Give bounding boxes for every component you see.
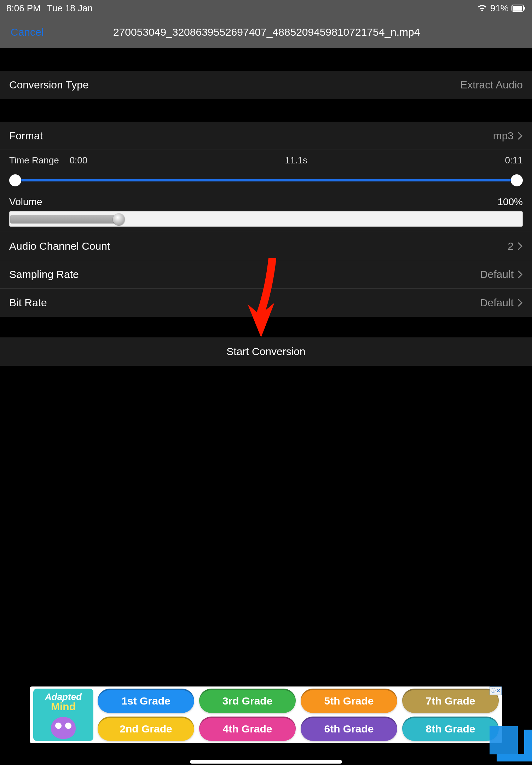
time-range-duration: 11.1s xyxy=(87,155,505,166)
time-range-label: Time Range xyxy=(9,155,59,166)
close-icon: ✕ xyxy=(496,688,501,694)
svg-rect-2 xyxy=(524,7,525,10)
ad-pill-7[interactable]: 6th Grade xyxy=(301,717,397,741)
conversion-type-label: Conversion Type xyxy=(9,79,89,91)
range-thumb-end[interactable] xyxy=(511,174,523,186)
bit-rate-value: Default xyxy=(480,297,514,309)
ad-pill-3[interactable]: 5th Grade xyxy=(301,689,397,713)
nav-title: 270053049_3208639552697407_4885209459810… xyxy=(44,26,532,38)
conversion-type-row[interactable]: Conversion Type Extract Audio xyxy=(0,71,532,99)
format-row[interactable]: Format mp3 xyxy=(0,122,532,150)
volume-row: Volume 100% xyxy=(0,193,532,232)
ad-pill-1[interactable]: 1st Grade xyxy=(98,689,194,713)
ad-pill-2[interactable]: 3rd Grade xyxy=(199,689,296,713)
sampling-rate-row[interactable]: Sampling Rate Default xyxy=(0,260,532,289)
ad-info-close[interactable]: ⓘ✕ xyxy=(490,686,502,695)
status-time: 8:06 PM xyxy=(6,3,41,14)
range-thumb-start[interactable] xyxy=(9,174,21,186)
start-conversion-label: Start Conversion xyxy=(226,346,305,358)
nav-bar: Cancel 270053049_3208639552697407_488520… xyxy=(0,16,532,48)
time-range-row: Time Range 0:00 11.1s 0:11 xyxy=(0,150,532,193)
ad-pill-5[interactable]: 2nd Grade xyxy=(98,717,194,741)
battery-percent: 91% xyxy=(490,3,509,14)
svg-rect-1 xyxy=(513,6,522,11)
time-range-end: 0:11 xyxy=(505,155,523,166)
home-indicator[interactable] xyxy=(190,760,342,764)
audio-channel-value: 2 xyxy=(508,240,514,252)
start-conversion-button[interactable]: Start Conversion xyxy=(0,337,532,366)
ad-pill-4[interactable]: 7th Grade xyxy=(402,689,499,713)
volume-label: Volume xyxy=(9,196,42,208)
mascot-icon xyxy=(51,717,76,739)
bit-rate-row[interactable]: Bit Rate Default xyxy=(0,289,532,317)
audio-channel-row[interactable]: Audio Channel Count 2 xyxy=(0,232,532,260)
ad-pill-6[interactable]: 4th Grade xyxy=(199,717,296,741)
wifi-icon xyxy=(477,4,487,12)
info-icon: ⓘ xyxy=(491,688,496,694)
volume-slider[interactable] xyxy=(9,211,523,227)
volume-value: 100% xyxy=(497,196,523,208)
battery-icon xyxy=(511,5,526,12)
cancel-button[interactable]: Cancel xyxy=(0,26,44,38)
watermark-logo-icon xyxy=(482,726,532,761)
format-label: Format xyxy=(9,130,43,142)
ad-brand-logo: Adapted Mind xyxy=(33,689,93,741)
sampling-rate-value: Default xyxy=(480,268,514,280)
chevron-right-icon xyxy=(517,131,523,140)
ad-brand-line1: Adapted xyxy=(45,692,82,701)
bit-rate-label: Bit Rate xyxy=(9,297,47,309)
chevron-right-icon xyxy=(517,242,523,251)
chevron-right-icon xyxy=(517,270,523,279)
ad-banner[interactable]: Adapted Mind 1st Grade3rd Grade5th Grade… xyxy=(30,686,502,743)
conversion-type-value: Extract Audio xyxy=(460,79,523,91)
chevron-right-icon xyxy=(517,298,523,307)
ad-brand-line2: Mind xyxy=(51,701,76,712)
time-range-start: 0:00 xyxy=(70,155,88,166)
status-date: Tue 18 Jan xyxy=(47,3,93,14)
time-range-slider[interactable] xyxy=(9,168,523,193)
sampling-rate-label: Sampling Rate xyxy=(9,268,79,280)
audio-channel-label: Audio Channel Count xyxy=(9,240,110,252)
volume-thumb[interactable] xyxy=(113,213,125,225)
format-value: mp3 xyxy=(493,130,514,142)
status-bar: 8:06 PM Tue 18 Jan 91% xyxy=(0,0,532,16)
